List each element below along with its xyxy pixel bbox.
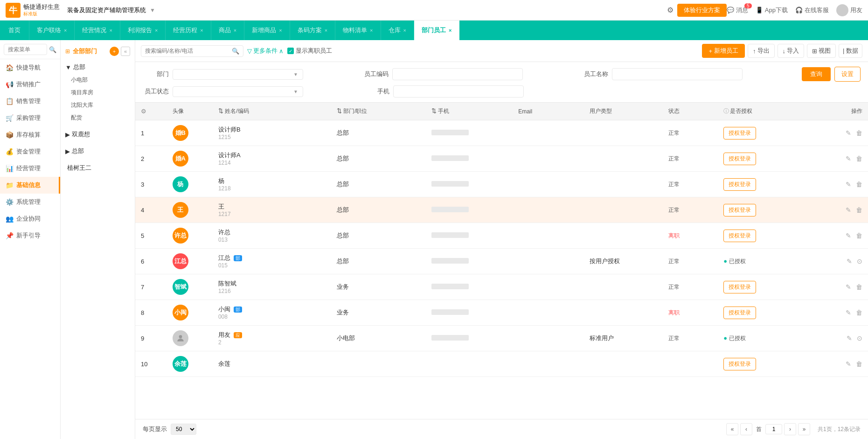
auth-btn-4[interactable]: 授权登录 — [723, 204, 756, 216]
tab-add-goods[interactable]: 新增商品 × — [244, 21, 290, 40]
settings-btn[interactable]: 设置 — [834, 67, 861, 82]
tab-barcode[interactable]: 条码方案 × — [290, 21, 335, 40]
delete-icon-6[interactable]: ⊙ — [857, 258, 862, 265]
dept-add-btn[interactable]: + — [110, 47, 119, 56]
edit-icon-3[interactable]: ✎ — [846, 181, 851, 188]
dept-sub-xiaodian[interactable]: 小电部 — [61, 74, 135, 86]
auth-btn-7[interactable]: 授权登录 — [723, 281, 756, 293]
sidebar-item-basic-info[interactable]: 📁 基础信息 — [0, 177, 60, 194]
auth-btn-8[interactable]: 授权登录 — [723, 307, 756, 319]
show-resigned-toggle[interactable]: ✓ 显示离职员工 — [287, 47, 332, 55]
delete-icon-7[interactable]: 🗑 — [856, 283, 862, 291]
dept-sub-peihuo[interactable]: 配货 — [61, 111, 135, 124]
sidebar-item-guide[interactable]: 📌 新手引导 — [0, 227, 60, 244]
delete-icon-8[interactable]: 🗑 — [856, 309, 862, 316]
dept-sub-shenyang[interactable]: 沈阳大库 — [61, 99, 135, 111]
delete-icon-10[interactable]: 🗑 — [856, 360, 862, 368]
th-name[interactable]: ⇅ 姓名/编码 — [213, 103, 331, 120]
prev-page-btn[interactable]: ‹ — [740, 423, 752, 435]
online-service-btn[interactable]: 🎧 在线客服 — [795, 6, 829, 14]
next-page-btn[interactable]: › — [784, 423, 796, 435]
tab-home[interactable]: 首页 — [0, 21, 29, 40]
tab-customer[interactable]: 客户联络 × — [29, 21, 75, 40]
page-number-input[interactable] — [765, 424, 782, 434]
edit-icon-10[interactable]: ✎ — [846, 360, 851, 368]
emp-status-input[interactable]: ▼ — [173, 86, 303, 97]
edit-icon-4[interactable]: ✎ — [846, 206, 851, 214]
query-btn[interactable]: 查询 — [802, 67, 831, 81]
first-page-btn[interactable]: « — [726, 423, 738, 435]
delete-icon-1[interactable]: 🗑 — [856, 129, 862, 137]
edit-icon-9[interactable]: ✎ — [847, 334, 852, 342]
tab-bom[interactable]: 物料清单 × — [335, 21, 381, 40]
view-btn[interactable]: ⊞ 视图 — [807, 44, 836, 58]
emp-name-input[interactable] — [612, 68, 743, 80]
emp-code-field[interactable] — [397, 71, 518, 77]
delete-icon-9[interactable]: ⊙ — [857, 334, 862, 342]
sidebar-search-input[interactable] — [4, 44, 47, 55]
tab-goods[interactable]: 商品 × — [211, 21, 244, 40]
per-page-select[interactable]: 50 100 200 — [171, 424, 196, 435]
sidebar-item-inventory[interactable]: 📦 库存核算 — [0, 126, 60, 143]
tab-history[interactable]: 经营历程 × — [166, 21, 211, 40]
auth-btn-1[interactable]: 授权登录 — [723, 127, 756, 139]
delete-icon-4[interactable]: 🗑 — [856, 206, 862, 214]
show-resigned-checkbox[interactable]: ✓ — [287, 48, 294, 54]
dept-group-title-zhishu[interactable]: 植树王二 — [61, 161, 135, 174]
search-input[interactable] — [145, 48, 230, 54]
edit-icon-1[interactable]: ✎ — [846, 129, 851, 137]
table-gear-icon[interactable]: ⚙ — [141, 108, 146, 115]
edit-icon-8[interactable]: ✎ — [846, 309, 851, 316]
phone-field[interactable] — [398, 88, 519, 95]
import-btn[interactable]: ↓ 导入 — [778, 44, 805, 58]
filter-field-emp-name: 员工名称 — [582, 68, 791, 80]
sidebar-item-operation-mgmt[interactable]: 📊 经营管理 — [0, 160, 60, 177]
emp-code-input[interactable] — [392, 68, 523, 80]
dept-input[interactable]: ▼ — [173, 69, 303, 80]
auth-btn-3[interactable]: 授权登录 — [723, 178, 756, 191]
delete-icon-3[interactable]: 🗑 — [856, 181, 862, 188]
sidebar-item-collab[interactable]: 👥 企业协同 — [0, 210, 60, 227]
tab-warehouse[interactable]: 仓库 × — [381, 21, 414, 40]
emp-name-field[interactable] — [617, 71, 737, 77]
cell-name-1: 设计师B 1215 — [213, 120, 331, 146]
th-dept[interactable]: ⇅ 部门/职位 — [331, 103, 426, 120]
sidebar-item-system[interactable]: ⚙️ 系统管理 — [0, 194, 60, 210]
user-menu-btn[interactable]: 用友 — [836, 4, 862, 16]
msg-btn[interactable]: 💬 消息 5 — [727, 6, 748, 14]
add-employee-btn[interactable]: + 新增员工 — [702, 44, 745, 58]
edit-icon-7[interactable]: ✎ — [846, 283, 851, 291]
delete-icon-2[interactable]: 🗑 — [856, 155, 862, 162]
edit-icon-6[interactable]: ✎ — [847, 258, 852, 265]
tab-operation[interactable]: 经营情况 × — [75, 21, 120, 40]
tab-department[interactable]: 部门员工 × — [414, 21, 459, 40]
dept-group-title-zongbu[interactable]: ▼ 总部 — [61, 61, 135, 74]
dept-sub-project[interactable]: 项目库房 — [61, 86, 135, 99]
sidebar-item-sales[interactable]: 📋 销售管理 — [0, 93, 60, 110]
edit-icon-5[interactable]: ✎ — [846, 232, 851, 239]
sidebar-item-purchase[interactable]: 🛒 采购管理 — [0, 110, 60, 126]
delete-icon-5[interactable]: 🗑 — [856, 232, 862, 239]
more-action-btn[interactable]: | 数据 — [839, 44, 862, 58]
auth-btn-10[interactable]: 授权登录 — [723, 358, 756, 370]
app-download-btn[interactable]: 📱 App下载 — [756, 6, 788, 14]
edit-icon-2[interactable]: ✎ — [846, 155, 851, 162]
more-conditions-btn[interactable]: ▽ 更多条件 ∧ — [247, 47, 284, 55]
gear-icon[interactable]: ⚙ — [667, 6, 674, 14]
last-page-btn[interactable]: » — [798, 423, 810, 435]
dept-collapse-btn[interactable]: « — [121, 47, 130, 56]
auth-btn-2[interactable]: 授权登录 — [723, 153, 756, 165]
sidebar-item-finance[interactable]: 💰 资金管理 — [0, 143, 60, 160]
dept-group-title-shuanglu[interactable]: ▶ 双鹿想 — [61, 128, 135, 141]
sidebar-item-quicknav[interactable]: 🏠 快捷导航 — [0, 59, 60, 76]
phone-input[interactable] — [393, 85, 524, 98]
tab-profit[interactable]: 利润报告 × — [120, 21, 166, 40]
cell-op-4: ✎ 🗑 — [805, 197, 868, 223]
th-phone[interactable]: ⇅ 手机 — [426, 103, 513, 120]
sidebar-item-marketing[interactable]: 📢 营销推广 — [0, 76, 60, 93]
th-gear[interactable]: ⚙ — [135, 103, 167, 120]
trial-btn[interactable]: 体验行业方案 — [677, 4, 727, 17]
dept-group-title-zongbu2[interactable]: ▶ 总部 — [61, 145, 135, 158]
auth-btn-5[interactable]: 授权登录 — [723, 230, 756, 242]
export-btn[interactable]: ↑ 导出 — [748, 44, 775, 58]
